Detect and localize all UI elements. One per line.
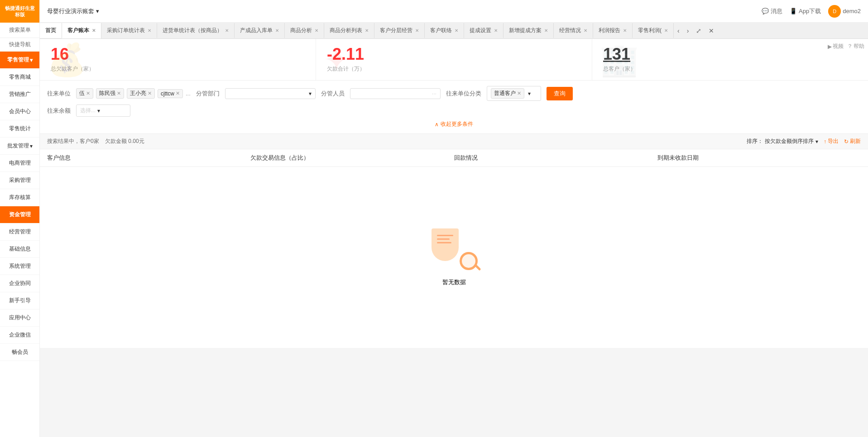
tab-expand-btn[interactable]: ⤢ bbox=[692, 25, 705, 36]
empty-text: 暂无数据 bbox=[442, 278, 466, 286]
refresh-button[interactable]: ↻ 刷新 bbox=[844, 138, 861, 145]
sidebar-item-purchase[interactable]: 采购管理 bbox=[0, 172, 39, 189]
tab-close-promote[interactable]: ✕ bbox=[494, 28, 498, 33]
tab-instock[interactable]: 进货单统计表（按商品） ✕ bbox=[157, 23, 235, 38]
sidebar-label-ecommerce: 电商管理 bbox=[2, 159, 38, 167]
sidebar-item-operations[interactable]: 经营管理 bbox=[0, 223, 39, 241]
sidebar-item-new-guide[interactable]: 新手引导 bbox=[0, 292, 39, 309]
tab-close-contact[interactable]: ✕ bbox=[455, 28, 458, 33]
tab-close-account[interactable]: ✕ bbox=[92, 28, 96, 33]
export-label: 导出 bbox=[828, 138, 839, 145]
page-content: 💰 16 总欠款客户（家） ✦ -2.11 欠款合计（万） 🏢 131 总客户（… bbox=[40, 39, 868, 437]
data-table: 客户信息 欠款交易信息（占比） 回款情况 到期未收款日期 bbox=[40, 149, 868, 348]
tab-close-new-promote[interactable]: ✕ bbox=[544, 28, 548, 33]
filter-tag-wu[interactable]: 伍 ✕ bbox=[76, 88, 93, 99]
tab-profit-report[interactable]: 利润报告 ✕ bbox=[593, 23, 633, 38]
tab-close-operations[interactable]: ✕ bbox=[584, 28, 587, 33]
sidebar-item-wholesale[interactable]: 批发管理 ▾ bbox=[0, 138, 39, 155]
tab-product-list[interactable]: 商品分析列表 ✕ bbox=[324, 23, 374, 38]
sidebar-item-app-center[interactable]: 应用中心 bbox=[0, 309, 39, 327]
sidebar-item-system[interactable]: 系统管理 bbox=[0, 258, 39, 275]
tab-purchase-label: 采购订单统计表 bbox=[107, 27, 145, 34]
tag-close-cjttcw[interactable]: ✕ bbox=[176, 90, 180, 96]
tab-promote-label: 提成设置 bbox=[470, 27, 491, 34]
person-select[interactable]: ··· bbox=[350, 88, 441, 99]
chevron-down-icon: ▾ bbox=[30, 57, 33, 63]
tab-purchase-order[interactable]: 采购订单统计表 ✕ bbox=[101, 23, 157, 38]
sidebar-item-retail-mgmt[interactable]: 零售管理 ▾ bbox=[0, 52, 39, 69]
sidebar-item-retail-mall[interactable]: 零售商城 bbox=[0, 69, 39, 86]
tab-customer-mgmt[interactable]: 客户分层经营 ✕ bbox=[374, 23, 425, 38]
tab-close-retail[interactable]: ✕ bbox=[664, 28, 668, 33]
export-button[interactable]: ↑ 导出 bbox=[824, 138, 839, 145]
messages-btn[interactable]: 💬 消息 bbox=[762, 7, 782, 15]
refresh-icon: ↻ bbox=[844, 138, 849, 145]
collapse-button[interactable]: ∧ 收起更多条件 bbox=[47, 120, 861, 128]
balance-label: 往来余额 bbox=[47, 107, 71, 115]
filter-more-tags[interactable]: ... bbox=[186, 90, 191, 97]
dept-label: 分管部门 bbox=[196, 90, 220, 98]
tab-close-cost[interactable]: ✕ bbox=[275, 28, 279, 33]
sidebar-item-retail-stats[interactable]: 零售统计 bbox=[0, 120, 39, 138]
tab-product-list-label: 商品分析列表 bbox=[330, 27, 362, 34]
unit-class-select[interactable]: 普通客户 ✕ ▾ bbox=[487, 86, 541, 101]
user-profile[interactable]: D demo2 bbox=[828, 5, 861, 18]
tab-account[interactable]: 客户账本 ✕ bbox=[62, 23, 101, 39]
tab-product-analysis[interactable]: 商品分析 ✕ bbox=[285, 23, 324, 38]
sidebar-item-enterprise-wechat[interactable]: 企业微信 bbox=[0, 327, 39, 344]
tab-close-product-list[interactable]: ✕ bbox=[365, 28, 369, 33]
tab-next-btn[interactable]: › bbox=[683, 25, 693, 36]
tab-new-promote[interactable]: 新增提成方案 ✕ bbox=[504, 23, 554, 38]
sidebar-item-inventory[interactable]: 库存核算 bbox=[0, 189, 39, 206]
balance-select[interactable]: 选择... ▾ bbox=[76, 104, 130, 117]
account-dropdown[interactable]: 母婴行业演示账套 ▾ bbox=[47, 7, 99, 15]
help-btn[interactable]: ？ 帮助 bbox=[847, 43, 864, 50]
tab-close-profit[interactable]: ✕ bbox=[623, 28, 627, 33]
sidebar-item-quick-nav[interactable]: 快捷导航 bbox=[0, 38, 39, 52]
tab-close-all-btn[interactable]: ✕ bbox=[705, 25, 718, 36]
sidebar-item-finance[interactable]: 资金管理 bbox=[0, 206, 39, 223]
filter-tag-wang[interactable]: 王小亮 ✕ bbox=[127, 88, 155, 99]
tab-promote-settings[interactable]: 提成设置 ✕ bbox=[464, 23, 504, 38]
tag-close-chen[interactable]: ✕ bbox=[117, 90, 121, 96]
tab-prev-btn[interactable]: ‹ bbox=[674, 25, 683, 36]
tag-label-wang: 王小亮 bbox=[130, 90, 146, 97]
filter-tag-chen[interactable]: 陈民强 ✕ bbox=[96, 88, 124, 99]
sidebar-item-ecommerce[interactable]: 电商管理 bbox=[0, 155, 39, 172]
tag-label-cjttcw: cjttcw bbox=[161, 90, 174, 97]
query-button[interactable]: 查询 bbox=[547, 87, 573, 100]
tag-close-wu[interactable]: ✕ bbox=[86, 90, 90, 96]
tab-close-product[interactable]: ✕ bbox=[315, 28, 318, 33]
filter-tag-cjttcw[interactable]: cjttcw ✕ bbox=[158, 89, 183, 98]
tab-customer-contact[interactable]: 客户联络 ✕ bbox=[425, 23, 464, 38]
tab-operations[interactable]: 经营情况 ✕ bbox=[554, 23, 593, 38]
app-download-btn[interactable]: 📱 App下载 bbox=[790, 7, 821, 15]
filter-tags: 伍 ✕ 陈民强 ✕ 王小亮 ✕ cjttcw ✕ ... bbox=[76, 88, 191, 99]
tab-cost-instock[interactable]: 产成品入库单 ✕ bbox=[235, 23, 285, 38]
tab-new-promote-label: 新增提成方案 bbox=[509, 27, 542, 34]
sidebar-item-basic-info[interactable]: 基础信息 bbox=[0, 241, 39, 258]
tab-contact-label: 客户联络 bbox=[430, 27, 452, 34]
tag-close-wang[interactable]: ✕ bbox=[148, 90, 152, 96]
tab-home[interactable]: 首页 bbox=[40, 23, 62, 38]
sidebar-item-member[interactable]: 会员中心 bbox=[0, 103, 39, 120]
tab-close-customer[interactable]: ✕ bbox=[415, 28, 419, 33]
tab-close-instock[interactable]: ✕ bbox=[225, 28, 229, 33]
sort-selector[interactable]: 排序： 按欠款金额倒序排序 ▾ bbox=[747, 138, 818, 145]
header-right: 💬 消息 📱 App下载 D demo2 bbox=[762, 5, 861, 18]
result-bar: 搜索结果中，客户0家 欠款金额 0.00元 排序： 按欠款金额倒序排序 ▾ ↑ … bbox=[40, 134, 868, 149]
dept-select[interactable]: ▾ bbox=[225, 88, 316, 99]
video-btn[interactable]: ▶ 视频 bbox=[828, 43, 844, 50]
tab-retail-profit[interactable]: 零售利润( ✕ bbox=[633, 23, 674, 38]
sidebar-item-enterprise[interactable]: 企业协同 bbox=[0, 275, 39, 292]
sidebar-item-vip[interactable]: 畅会员 bbox=[0, 344, 39, 361]
account-name: 母婴行业演示账套 bbox=[47, 7, 94, 15]
tab-close-purchase[interactable]: ✕ bbox=[148, 28, 151, 33]
sidebar-label-member: 会员中心 bbox=[2, 108, 38, 115]
logo-line2: 标版 bbox=[5, 11, 35, 18]
unit-class-tag-close[interactable]: ✕ bbox=[517, 90, 521, 96]
top-header: 母婴行业演示账套 ▾ 💬 消息 📱 App下载 D demo2 bbox=[40, 0, 868, 23]
sidebar-item-marketing[interactable]: 营销推广 bbox=[0, 86, 39, 103]
sidebar-item-search[interactable]: 搜索菜单 bbox=[0, 23, 39, 38]
logo-line1: 畅捷通好生意 bbox=[5, 5, 35, 11]
